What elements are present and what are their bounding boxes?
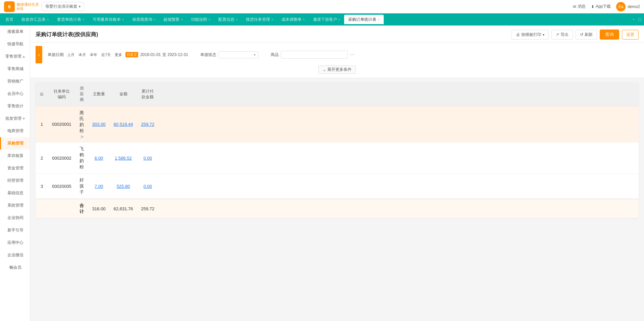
shortcut-last7[interactable]: 近7天 xyxy=(100,52,112,58)
date-filter-group: 单据日期 上月 本月 本年 近7天 更多 自定义 2016-01-01 至 20… xyxy=(48,52,188,58)
sidebar-item-retail-mall[interactable]: 零售商城 xyxy=(0,63,30,75)
user-name: demo2 xyxy=(628,4,640,9)
avatar: Ea xyxy=(616,2,626,11)
minimize-tabs-icon[interactable]: － xyxy=(631,16,636,22)
tab-chaochuyujing[interactable]: 超储预警 × xyxy=(159,15,187,24)
refresh-button[interactable]: ↺ 刷新 xyxy=(576,30,597,40)
tab-peizhi[interactable]: 配置信息 × xyxy=(214,15,242,24)
sidebar-item-app-center[interactable]: 应用中心 xyxy=(0,236,30,249)
paid-amount[interactable]: 0.00 xyxy=(137,174,158,199)
date-range: 2016-01-01 至 2023-12-31 xyxy=(140,52,188,58)
shortcut-this-year[interactable]: 本年 xyxy=(89,52,99,58)
supplier-name: 飞鹤奶粉 xyxy=(75,143,88,174)
amount[interactable]: 525.80 xyxy=(110,174,137,199)
user-area[interactable]: Ea demo2 xyxy=(616,2,640,11)
status-select[interactable]: ▾ xyxy=(218,51,259,58)
th-settings[interactable]: ⚙ xyxy=(36,82,48,106)
tab-close-icon[interactable]: × xyxy=(271,18,273,21)
sidebar-item-member[interactable]: 会员中心 xyxy=(0,88,30,100)
tab-yaoqing[interactable]: 邀请下游客户 × xyxy=(309,15,344,24)
shortcut-more[interactable]: 更多 xyxy=(113,52,123,58)
tab-shoufahuizhong[interactable]: 收发存汇总表 × xyxy=(17,15,53,24)
app-download-button[interactable]: ⬇ App下载 xyxy=(591,4,611,9)
main-qty[interactable]: 7.00 xyxy=(88,174,110,199)
tab-caigoudantongjibiao[interactable]: 采购订单统计表 × xyxy=(344,15,384,24)
amount[interactable]: 1,586.52 xyxy=(110,143,137,174)
custom-date-badge: 自定义 xyxy=(125,52,138,57)
print-icon: 🖨 xyxy=(516,32,520,37)
sidebar-item-retail[interactable]: 零售管理 ▲ xyxy=(0,50,30,63)
shortcut-this-month[interactable]: 本月 xyxy=(77,52,87,58)
workspace-selector[interactable]: 母婴行业演示账套 ▾ xyxy=(42,2,84,11)
date-shortcuts: 上月 本月 本年 近7天 更多 xyxy=(66,52,123,58)
sidebar-item-finance[interactable]: 资金管理 xyxy=(0,162,30,174)
sidebar-item-inventory[interactable]: 库存核算 xyxy=(0,150,30,162)
print-button[interactable]: 🖨 按模板打印 ▾ xyxy=(512,30,549,40)
th-expand xyxy=(158,82,639,106)
filter-row: › 单据日期 上月 本月 本年 近7天 更多 自定义 2016-01-01 至 xyxy=(36,46,639,63)
tab-peihuorenwu[interactable]: 拣货任务管理 × xyxy=(242,15,277,24)
expand-row-icon[interactable]: ▶ xyxy=(81,134,84,139)
paid-amount[interactable]: 0.00 xyxy=(137,143,158,174)
refresh-icon: ↺ xyxy=(580,32,583,37)
sidebar-item-enterprise-wechat[interactable]: 企业微信 xyxy=(0,249,30,261)
filter-bar: › 单据日期 上月 本月 本年 近7天 更多 自定义 2016-01-01 至 xyxy=(30,43,644,78)
export-button[interactable]: ↗ 导出 xyxy=(551,30,573,40)
sidebar-item-quicknav[interactable]: 快捷导航 xyxy=(0,38,30,50)
download-icon: ⬇ xyxy=(591,4,594,9)
sidebar-item-basic-info[interactable]: 基础信息 xyxy=(0,187,30,199)
table-row: 3 00020005 好孩子 7.00 525.80 0.00 xyxy=(36,174,639,199)
sidebar-item-ecommerce[interactable]: 电商管理 xyxy=(0,125,30,137)
sidebar-item-system[interactable]: 系统管理 xyxy=(0,199,30,212)
th-paid-amount: 累计付款金额 xyxy=(137,82,158,106)
topbar-left: 6 畅捷通好生意 标版 母婴行业演示账套 ▾ xyxy=(4,1,84,12)
tab-close-icon[interactable]: × xyxy=(47,18,49,21)
tab-chengbentiaoji[interactable]: 成本调整单 × xyxy=(277,15,309,24)
tab-yaohuodan[interactable]: 要货单统计表 × xyxy=(53,15,89,24)
tab-close-icon[interactable]: × xyxy=(338,18,340,21)
sidebar-item-retail-stats[interactable]: 零售统计 xyxy=(0,100,30,112)
sidebar-item-purchase[interactable]: 采购管理 xyxy=(0,137,30,150)
tab-home[interactable]: 首页 xyxy=(1,15,17,24)
main-qty[interactable]: 303.00 xyxy=(88,106,110,143)
total-amount: 62,631.76 xyxy=(110,199,137,218)
query-button[interactable]: 查询 xyxy=(600,30,619,40)
shortcut-last-month[interactable]: 上月 xyxy=(66,52,76,58)
table-area: ⚙ 往来单位编码 供应商 主数量 金额 累计付款金额 1 00020001 xyxy=(30,78,644,321)
sidebar-item-yihui[interactable]: 畅会员 xyxy=(0,261,30,274)
tab-gongnengshuo[interactable]: 功能说明 × xyxy=(187,15,214,24)
tab-keyongliangkucun[interactable]: 可用量库存账本 × xyxy=(89,15,128,24)
sidebar-item-wholesale[interactable]: 批发管理 ▼ xyxy=(0,112,30,125)
maximize-tabs-icon[interactable]: □ xyxy=(639,17,641,22)
goods-input[interactable] xyxy=(281,51,348,59)
sidebar-item-search[interactable]: 搜索菜单 xyxy=(0,25,30,38)
tab-close-icon[interactable]: × xyxy=(208,18,210,21)
sidebar-item-newbie[interactable]: 新手引导 xyxy=(0,224,30,236)
tab-close-icon[interactable]: × xyxy=(303,18,305,21)
sidebar-item-enterprise-coop[interactable]: 企业协同 xyxy=(0,212,30,224)
tab-close-icon[interactable]: × xyxy=(122,18,124,21)
toggle-filter-button[interactable]: › xyxy=(36,46,42,63)
main-qty[interactable]: 6.00 xyxy=(88,143,110,174)
gear-icon[interactable]: ⚙ xyxy=(40,92,44,97)
sidebar-item-marketing[interactable]: 营销推广 xyxy=(0,75,30,88)
message-button[interactable]: ✉ 消息 xyxy=(573,4,586,9)
tab-close-icon[interactable]: × xyxy=(181,18,183,21)
logo-text: 畅捷通好生意 标版 xyxy=(17,2,39,11)
amount[interactable]: 60,519.44 xyxy=(110,106,137,143)
tab-close-icon[interactable]: × xyxy=(83,18,85,21)
tab-close-icon[interactable]: × xyxy=(154,18,156,21)
tab-baozhi[interactable]: 保质期查询 × xyxy=(128,15,160,24)
expand-more-button[interactable]: ⌄ 展开更多条件 xyxy=(318,65,356,74)
row-index: 1 xyxy=(36,106,48,143)
th-supplier-name: 供应商 xyxy=(75,82,88,106)
settings-button[interactable]: 设置 xyxy=(622,30,639,40)
main-layout: 搜索菜单 快捷导航 零售管理 ▲ 零售商城 营销推广 会员中心 零售统计 批发管… xyxy=(0,25,644,321)
tab-close-icon[interactable]: × xyxy=(236,18,238,21)
supplier-code: 00020005 xyxy=(48,174,75,199)
more-options-icon[interactable]: ··· xyxy=(350,52,354,58)
sidebar-item-operations[interactable]: 经营管理 xyxy=(0,174,30,187)
tab-close-icon[interactable]: × xyxy=(378,18,380,21)
topbar: 6 畅捷通好生意 标版 母婴行业演示账套 ▾ ✉ 消息 ⬇ App下载 Ea d… xyxy=(0,0,644,13)
paid-amount[interactable]: 259.72 xyxy=(137,106,158,143)
